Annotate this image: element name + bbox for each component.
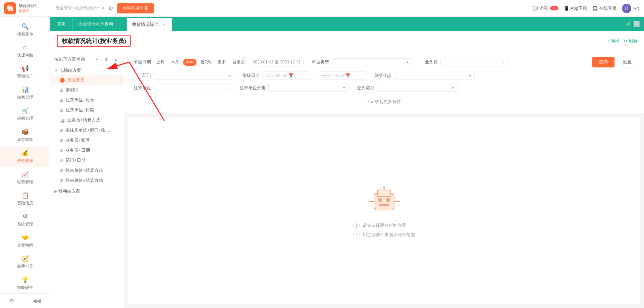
scheme-by-salesperson[interactable]: ⬤ 按业务员 (50, 75, 124, 85)
dept-select[interactable]: ▾ (154, 72, 234, 80)
scheme-salesperson-settlement[interactable]: 📊 业务员+结算方式 (50, 115, 124, 125)
online-service-area[interactable]: 🎧 在线客服 (592, 5, 616, 11)
query-button[interactable]: 查询 (592, 57, 614, 67)
close-window-icon[interactable]: ✕ (626, 21, 631, 27)
sidebar-item-system[interactable]: ⚙ 系统管理 (0, 209, 50, 230)
date-tab-custom[interactable]: 自定义 (230, 59, 247, 66)
tab-receipt-stats-close[interactable]: ✕ (161, 22, 166, 27)
bell-icon: 💬 (533, 6, 538, 11)
step-2-text: 用过滤条件来缩小分析范围 (363, 232, 415, 238)
breadcrumb-dropdown-icon[interactable]: ▾ (102, 6, 104, 11)
calendar-icon: 📅 (288, 73, 293, 78)
scheme-unit-date[interactable]: ⊞ 往来单位+日期 (50, 105, 124, 115)
salesperson-more-btn[interactable]: ··· (500, 60, 504, 65)
scheme-settings-button[interactable]: ⚙ (102, 55, 110, 63)
empty-step-1: 1 请先选择要分析的方案 (353, 222, 415, 229)
scheme-salesperson-account[interactable]: ⊞ 业务员+账号 (50, 135, 124, 145)
collapse-panel-button[interactable]: « (112, 55, 120, 63)
scheme-unit-dept-collect[interactable]: ⊞ 按往来单位+部门+收... (50, 125, 124, 135)
dept-dropdown-icon: ▾ (228, 73, 230, 78)
audit-date-from-input[interactable]: yyyy-mm-dd 📅 (262, 71, 309, 80)
logo-area: 畅 畅捷通好生 标准版 (0, 0, 50, 17)
status-select[interactable]: ▾ (394, 72, 475, 80)
export-icon: ↑ (607, 39, 610, 44)
date-tab-more[interactable]: 更多 (215, 59, 228, 66)
counterpart-more-btn[interactable]: ··· (227, 85, 230, 90)
hardware-icon: 💡 (21, 276, 29, 284)
date-to: 2023-12-31 (280, 60, 301, 64)
biz-type-select[interactable]: ▾ (377, 84, 458, 92)
right-panel: 单据日期 上月 本月 本年 近7天 更多 自定义 (124, 51, 644, 308)
scheme-by-detail[interactable]: ⊞ 按明细 (50, 85, 124, 95)
sidebar-item-operation[interactable]: 📈 经营管理 (0, 167, 50, 188)
sidebar-item-marketing[interactable]: 📢 营销推广 (0, 61, 50, 83)
marketing-icon: 📢 (21, 65, 29, 72)
type-select[interactable]: ▾ (332, 58, 412, 66)
audit-date-to-input[interactable]: yyyy-mm-dd 📅 (319, 71, 366, 80)
sidebar-item-basic[interactable]: 📋 基础信息 (0, 188, 50, 209)
filter-buttons: 查询 设置 (592, 57, 637, 67)
scheme-group-desktop-header[interactable]: ▼ 电脑端方案 (50, 66, 124, 75)
search-icon: 🔍 (21, 23, 29, 30)
tabbar: 首页 现金银行流水查询 ✕ 收款情况统计 ✕ ✕ ⬜ (50, 17, 644, 31)
date-tab-7days[interactable]: 近7天 (198, 59, 214, 66)
export-button[interactable]: ↑ 导出 (607, 38, 620, 44)
finance-icon: 💰 (21, 149, 29, 157)
counterpart-select[interactable]: ··· (154, 84, 234, 92)
tab-receipt-stats-label: 收款情况统计 (132, 21, 158, 28)
biz-type-label: 业务类型 (354, 85, 374, 91)
counterpart-cat-filter-item: 往来单位分类 ▾ (239, 84, 349, 92)
sidebar-item-quick-nav[interactable]: ⌂ 快捷导航 (0, 41, 50, 61)
sidebar-item-sales[interactable]: 📊 销售管理 (0, 83, 50, 104)
tab-home[interactable]: 首页 (50, 17, 73, 31)
refresh-button[interactable]: ↻ 刷新 (624, 38, 637, 44)
app-download-area[interactable]: 📱 App下载 (564, 5, 587, 11)
topbar: 资金管理 / 收款情况统计 ▾ ⚙ 体验行业方案 💬 消息 99+ 📱 App下… (50, 0, 644, 17)
tab-home-label: 首页 (57, 21, 66, 27)
set-button[interactable]: 设置 (617, 57, 637, 67)
salesperson-select[interactable]: ··· (440, 58, 507, 66)
industry-solution-button[interactable]: 体验行业方案 (117, 3, 154, 13)
sidebar-item-hardware[interactable]: 💡 智能硬件 (0, 273, 50, 293)
sidebar-item-inventory[interactable]: 📦 库存核算 (0, 125, 50, 146)
notifications-area[interactable]: 💬 消息 99+ (533, 5, 558, 11)
footer-collapse-icon[interactable]: ◀◀ (33, 298, 41, 304)
tab-bank-flow-close[interactable]: ✕ (116, 21, 121, 27)
filter-row-3: 往来单位 ··· 往来单位分类 ▾ (131, 84, 637, 92)
type-label: 单据类型 (309, 59, 329, 65)
online-service-label: 在线客服 (599, 5, 616, 11)
page-title-box: 收款情况统计(按业务员) (57, 35, 131, 47)
scheme-dept-date[interactable]: ⊙ 部门+日期 (50, 155, 124, 165)
breadcrumb: 资金管理 / 收款情况统计 ▾ (56, 5, 104, 11)
counterpart-cat-dropdown-icon: ▾ (343, 86, 345, 90)
user-area[interactable]: R Rit (622, 4, 639, 13)
counterpart-cat-label: 往来单位分类 (239, 85, 266, 91)
maximize-icon[interactable]: ⬜ (633, 21, 640, 27)
counterpart-cat-select[interactable]: ▾ (268, 84, 349, 92)
date-tab-last-month[interactable]: 上月 (154, 59, 167, 66)
scheme-salesperson-date[interactable]: ⊙ 业务员+日期 (50, 145, 124, 155)
topbar-gear[interactable]: ⚙ (108, 5, 113, 11)
date-tab-this-month[interactable]: 本月 (168, 59, 182, 66)
collapse-filters-button[interactable]: ∧∧ 收起更多条件 (131, 96, 637, 107)
operation-icon: 📈 (21, 170, 29, 178)
username: Rit (633, 6, 639, 11)
page-header: 收款情况统计(按业务员) ↑ 导出 ↻ 刷新 (50, 31, 644, 51)
add-scheme-button[interactable]: + (93, 55, 101, 63)
tab-bank-flow[interactable]: 现金银行流水查询 ✕ (73, 17, 127, 31)
chevron-right-icon: ▶ (54, 189, 57, 194)
tab-receipt-stats[interactable]: 收款情况统计 ✕ (127, 18, 172, 31)
scheme-unit-settlement2[interactable]: ⊞ 往来单位+结算方式 (50, 175, 124, 186)
date-tab-this-year[interactable]: 本年 (183, 59, 197, 66)
footer-settings-icon[interactable]: ⚙ (9, 298, 14, 304)
scheme-unit-settlement1[interactable]: ⊞ 往来单位+结算方式 (50, 165, 124, 175)
scheme-unit-account[interactable]: ⊞ 往来单位+账号 (50, 95, 124, 105)
scheme-group-mobile-header[interactable]: ▶ 移动端方案 (50, 187, 124, 196)
sidebar-item-finance[interactable]: 💰 资金管理 (0, 146, 50, 167)
salesperson-settlement-icon: 📊 (60, 118, 65, 123)
sidebar-item-search[interactable]: 🔍 搜索菜单 (0, 19, 50, 41)
sidebar-item-corp[interactable]: 🤝 企业协同 (0, 230, 50, 252)
sidebar-item-purchase[interactable]: 🛒 采购管理 (0, 104, 50, 125)
audit-from-placeholder: yyyy-mm-dd (265, 73, 287, 78)
sidebar-item-guide[interactable]: 🧭 新手引导 (0, 252, 50, 273)
